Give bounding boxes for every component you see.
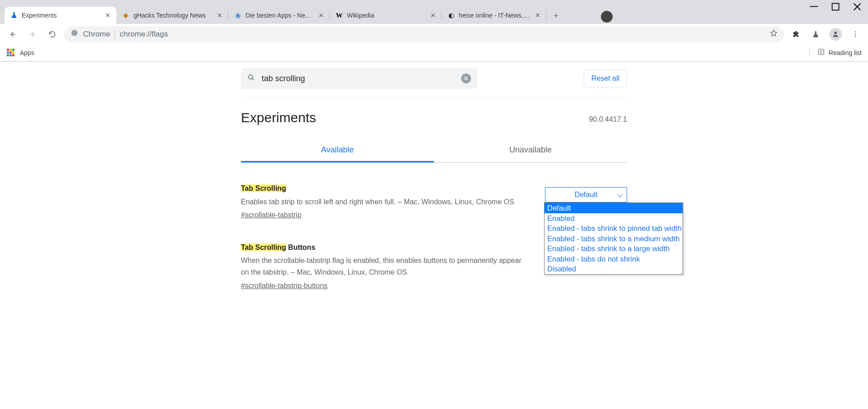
extension-shield-icon[interactable] [601, 11, 613, 23]
chrome-version: 90.0.4417.1 [589, 115, 627, 125]
site-icon [70, 29, 78, 39]
tab-available[interactable]: Available [241, 139, 434, 162]
flag-title: Tab Scrolling Buttons [241, 242, 527, 253]
new-tab-button[interactable]: ＋ [549, 9, 563, 22]
favicon-icon: ◉ [234, 11, 242, 19]
select-option[interactable]: Enabled - tabs shrink to a large width [545, 244, 683, 254]
flag-description: Enables tab strip to scroll left and rig… [241, 196, 527, 208]
extensions-icon[interactable] [788, 26, 804, 42]
page-title: Experiments [241, 110, 316, 125]
page-header: Experiments 90.0.4417.1 [241, 110, 627, 125]
favicon-icon: ◆ [122, 11, 130, 19]
browser-tab[interactable]: ◆ gHacks Technology News ✕ [116, 7, 228, 24]
favicon-icon: ◐ [447, 11, 455, 19]
svg-rect-0 [810, 6, 818, 7]
flag-select[interactable]: Default [545, 187, 627, 202]
highlight-text: Tab Scrolling [241, 244, 286, 251]
reading-list-icon [817, 48, 825, 57]
separator [115, 30, 115, 39]
reload-button[interactable] [44, 26, 60, 42]
search-input[interactable] [261, 74, 456, 84]
apps-grid-icon[interactable] [6, 49, 14, 57]
svg-point-3 [834, 32, 837, 34]
flags-search-row: ✕ Reset all [241, 65, 627, 98]
back-button[interactable] [5, 26, 21, 42]
url-source-label: Chrome [83, 30, 110, 39]
browser-toolbar: Chrome chrome://flags [0, 24, 868, 44]
svg-rect-1 [832, 4, 839, 10]
tab-strip: Experiments ✕ ◆ gHacks Technology News ✕… [0, 0, 803, 24]
tab-title: Wikipedia [347, 12, 425, 19]
window-titlebar: Experiments ✕ ◆ gHacks Technology News ✕… [0, 0, 868, 24]
reset-all-button[interactable]: Reset all [584, 69, 627, 87]
close-icon[interactable]: ✕ [534, 11, 542, 19]
page-content: ✕ Reset all Experiments 90.0.4417.1 Avai… [0, 61, 868, 409]
highlight-text: Tab Scrolling [241, 184, 286, 192]
flags-tabs: Available Unavailable [241, 139, 627, 163]
svg-point-2 [71, 30, 78, 36]
reading-list-label: Reading list [829, 49, 862, 56]
flags-search-box[interactable]: ✕ [241, 68, 477, 89]
svg-point-6 [855, 36, 856, 37]
reading-list-button[interactable]: Reading list [809, 48, 862, 57]
browser-tab[interactable]: W Wikipedia ✕ [330, 7, 442, 24]
select-option[interactable]: Enabled [545, 213, 683, 224]
minimize-button[interactable] [803, 0, 825, 14]
flag-description: When the scrollable-tabstrip flag is ena… [241, 255, 527, 278]
search-icon [247, 74, 255, 84]
close-icon[interactable]: ✕ [104, 11, 112, 19]
tab-title: Experiments [22, 12, 100, 19]
close-icon[interactable]: ✕ [317, 11, 325, 19]
svg-point-4 [855, 31, 856, 32]
select-option[interactable]: Disabled [545, 264, 683, 274]
tab-title: Die besten Apps - News, A [245, 12, 314, 19]
select-option[interactable]: Enabled - tabs shrink to a medium width [545, 234, 683, 244]
window-buttons [803, 0, 868, 14]
flag-item: Tab Scrolling Enables tab strip to scrol… [241, 183, 627, 221]
svg-point-5 [855, 33, 856, 34]
flag-title: Tab Scrolling [241, 183, 527, 194]
select-option[interactable]: Enabled - tabs shrink to pinned tab widt… [545, 223, 683, 234]
bookmark-star-icon[interactable] [770, 29, 778, 39]
address-bar[interactable]: Chrome chrome://flags [64, 26, 784, 42]
close-icon[interactable]: ✕ [216, 11, 224, 19]
bookmarks-bar: Apps Reading list [0, 44, 868, 61]
favicon-icon: W [335, 11, 343, 19]
kebab-menu-icon[interactable] [847, 26, 863, 42]
tab-title: heise online - IT-News, Na [459, 12, 530, 19]
browser-tab[interactable]: Experiments ✕ [5, 7, 116, 24]
tab-unavailable[interactable]: Unavailable [434, 139, 627, 162]
select-option[interactable]: Default [545, 203, 683, 213]
browser-tab[interactable]: ◉ Die besten Apps - News, A ✕ [228, 7, 330, 24]
select-option[interactable]: Enabled - tabs do not shrink [545, 254, 683, 264]
svg-point-8 [249, 75, 253, 79]
close-icon[interactable]: ✕ [429, 11, 437, 19]
forward-button[interactable] [24, 26, 41, 42]
flask-icon [10, 11, 18, 19]
close-window-button[interactable] [846, 0, 868, 14]
apps-label[interactable]: Apps [20, 49, 34, 56]
browser-tab[interactable]: ◐ heise online - IT-News, Na ✕ [442, 7, 546, 24]
select-value: Default [575, 191, 598, 199]
clear-search-icon[interactable]: ✕ [461, 74, 471, 83]
profile-avatar-icon[interactable] [827, 26, 844, 42]
tab-title: gHacks Technology News [134, 12, 212, 19]
flag-anchor-link[interactable]: #scrollable-tabstrip-buttons [241, 280, 328, 292]
url-text: chrome://flags [120, 30, 168, 39]
flag-anchor-link[interactable]: #scrollable-tabstrip [241, 209, 301, 221]
labs-icon[interactable] [808, 26, 824, 42]
flag-select-dropdown: Default Enabled Enabled - tabs shrink to… [544, 202, 683, 275]
maximize-button[interactable] [825, 0, 846, 14]
